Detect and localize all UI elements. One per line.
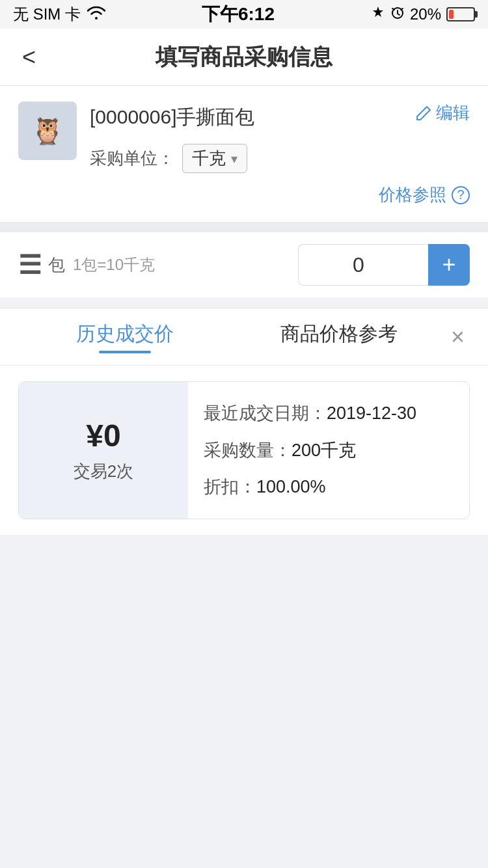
trade-discount-row: 折扣：100.00% — [204, 474, 454, 500]
tab-history-label: 历史成交价 — [76, 323, 174, 344]
panel-tabs: 历史成交价 商品价格参考 × — [0, 308, 488, 366]
trade-qty-label: 采购数量： — [204, 441, 291, 460]
trade-details-right: 最近成交日期：2019-12-30 采购数量：200千克 折扣：100.00% — [188, 382, 469, 519]
edit-icon — [415, 105, 432, 122]
network-label: 无 SIM 卡 — [13, 4, 81, 25]
product-thumbnail-icon: 🦉 — [31, 116, 64, 146]
tab-active-indicator — [99, 351, 151, 353]
status-left: 无 SIM 卡 — [13, 4, 105, 25]
tab-price-reference[interactable]: 商品价格参考 — [232, 321, 445, 353]
unit-label: 采购单位： — [90, 147, 174, 170]
battery-icon — [446, 7, 475, 21]
increment-button[interactable]: + — [428, 244, 470, 286]
edit-label: 编辑 — [436, 102, 470, 124]
package-icon: ☰ — [18, 250, 42, 280]
nav-bar: < 填写商品采购信息 — [0, 29, 488, 86]
trade-price-value: ¥0 — [86, 418, 120, 454]
trade-discount-label: 折扣： — [204, 477, 256, 496]
close-panel-button[interactable]: × — [446, 318, 470, 356]
wifi-icon — [87, 5, 105, 23]
product-info: [0000006]手撕面包 采购单位： 千克 ▾ — [90, 102, 254, 173]
package-unit-label: 包 — [48, 254, 65, 277]
location-icon — [371, 5, 385, 23]
trade-date-value: 2019-12-30 — [327, 403, 416, 423]
battery-percent: 20% — [410, 5, 441, 23]
product-name: [0000006]手撕面包 — [90, 104, 254, 131]
quantity-label: ☰ 包 1包=10千克 — [18, 250, 155, 280]
dropdown-arrow-icon: ▾ — [231, 151, 237, 167]
panel-content: ¥0 交易2次 最近成交日期：2019-12-30 采购数量：200千克 折扣：… — [0, 366, 488, 535]
back-button[interactable]: < — [16, 37, 42, 77]
trade-times: 交易2次 — [74, 460, 133, 483]
help-icon: ? — [452, 186, 470, 204]
unit-selector[interactable]: 千克 ▾ — [182, 144, 247, 173]
product-card: 🦉 [0000006]手撕面包 采购单位： 千克 ▾ 编辑 价格参照 — [0, 86, 488, 222]
trade-quantity-row: 采购数量：200千克 — [204, 437, 454, 464]
page-title: 填写商品采购信息 — [156, 42, 332, 72]
product-image: 🦉 — [18, 102, 77, 160]
trade-date-row: 最近成交日期：2019-12-30 — [204, 400, 454, 427]
status-time: 下午6:12 — [202, 2, 275, 27]
status-right: 20% — [371, 5, 475, 23]
tab-history-price[interactable]: 历史成交价 — [18, 321, 232, 353]
quantity-row: ☰ 包 1包=10千克 + — [0, 232, 488, 297]
price-ref-label: 价格参照 — [379, 183, 446, 206]
alarm-icon — [390, 5, 405, 23]
quantity-input[interactable] — [298, 244, 428, 286]
tab-reference-label: 商品价格参考 — [280, 323, 398, 344]
main-content-area — [0, 535, 488, 869]
quantity-input-wrap: + — [298, 244, 470, 286]
trade-price-left: ¥0 交易2次 — [19, 382, 188, 519]
trade-discount-value: 100.00% — [256, 477, 326, 496]
price-ref-button[interactable]: 价格参照 ? — [379, 183, 470, 206]
edit-button[interactable]: 编辑 — [415, 102, 470, 124]
unit-conversion: 1包=10千克 — [73, 254, 155, 275]
trade-date-label: 最近成交日期： — [204, 403, 327, 423]
trade-card: ¥0 交易2次 最近成交日期：2019-12-30 采购数量：200千克 折扣：… — [18, 381, 470, 519]
status-bar: 无 SIM 卡 下午6:12 20% — [0, 0, 488, 29]
unit-value: 千克 — [192, 147, 226, 170]
trade-qty-value: 200千克 — [291, 441, 356, 460]
section-divider — [0, 222, 488, 232]
price-panel: 历史成交价 商品价格参考 × ¥0 交易2次 最近成交日期：2019-12-30… — [0, 308, 488, 535]
